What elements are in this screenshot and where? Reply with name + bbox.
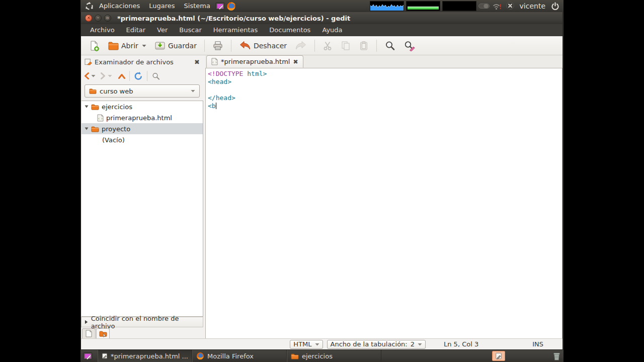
expander-icon[interactable] [85,127,89,131]
goto-location-icon[interactable] [151,72,160,80]
taskbar: *primeraprueba.html ... Mozilla Firefox … [80,350,564,362]
menu-lugares[interactable]: Lugares [144,0,179,12]
tree-row-primeraprueba[interactable]: primeraprueba.html [82,112,203,123]
filename-filter-expander[interactable]: Coincidir con el nombre de archivo [81,317,203,327]
ubuntu-logo-icon[interactable] [84,1,95,12]
user-status-bubble-icon[interactable] [505,1,516,12]
refresh-icon[interactable] [134,71,143,80]
menubar: Archivo Editar Ver Buscar Herramientas D… [81,24,562,36]
tree-row-ejercicios[interactable]: ejercicios [82,101,203,112]
language-value: HTML [293,340,311,348]
file-browser-tab-icon [99,330,107,337]
folder-icon [91,126,99,132]
scissors-icon [323,41,333,51]
file-browser-icon [85,58,92,65]
forward-icon[interactable] [101,72,106,79]
titlebar[interactable]: ✕ – ▫ *primeraprueba.html (~/Escritorio/… [81,12,562,24]
firefox-icon[interactable] [226,1,237,12]
html-file-icon [97,114,104,122]
text-editor[interactable]: <!DOCTYPE html><head></head><b [205,68,562,338]
tab-close-icon[interactable]: ✖ [293,58,298,65]
save-button-label: Guardar [168,42,197,50]
forward-history-caret-icon[interactable] [108,74,112,77]
taskbar-button-gedit[interactable]: *primeraprueba.html ... [98,350,192,362]
tree-item-label: primeraprueba.html [106,114,172,122]
side-panel-nav [81,68,203,83]
save-button[interactable]: Guardar [152,39,199,53]
document-tab[interactable]: *primeraprueba.html ✖ [206,55,303,68]
menu-aplicaciones[interactable]: Aplicaciones [95,0,144,12]
menu-editar[interactable]: Editar [121,24,152,36]
cut-button[interactable] [320,39,335,52]
username-menu[interactable]: vicente [518,2,547,10]
documents-panel-tab[interactable] [82,328,96,338]
menu-ver[interactable]: Ver [151,24,174,36]
location-combobox[interactable]: curso web [85,84,200,98]
paste-icon [359,41,369,51]
gedit-notification-tray-icon[interactable] [492,351,505,361]
tree-row-vacio: (Vacío) [82,134,203,145]
side-panel-tabs [81,327,203,338]
taskbar-button-ejercicios[interactable]: ejercicios [287,350,381,362]
tree-item-label: ejercicios [102,103,132,111]
gedit-icon [102,352,108,360]
side-panel-title: Examinador de archivos [95,58,174,66]
video-editor-tray-icon[interactable] [82,350,94,361]
insert-mode-indicator: INS [513,340,543,348]
tree-item-label: proyecto [102,125,130,133]
language-caret-icon [315,343,319,346]
taskbar-button-label: *primeraprueba.html ... [111,352,188,360]
new-document-button[interactable] [86,39,102,53]
power-icon[interactable] [549,1,560,12]
file-browser-panel-tab[interactable] [96,328,110,338]
location-value: curso web [100,87,133,95]
redo-icon [295,41,307,50]
file-tree: ejercicios primeraprueba.html proyecto [82,101,203,317]
back-icon[interactable] [84,72,89,79]
menu-sistema[interactable]: Sistema [180,0,215,12]
memory-monitor-applet[interactable] [406,1,440,11]
side-panel-close-icon[interactable]: ✖ [194,58,200,66]
window-title: *primeraprueba.html (~/Escritorio/curso … [117,15,350,22]
network-monitor-applet[interactable] [442,1,476,11]
print-button[interactable] [210,39,226,53]
top-panel: Aplicaciones Lugares Sistema vicente [80,0,564,12]
menu-herramientas[interactable]: Herramientas [208,24,264,36]
close-window-button[interactable]: ✕ [85,15,92,22]
file-browser-panel: Examinador de archivos ✖ curso web [81,55,203,338]
volume-icon[interactable] [478,1,490,12]
menu-documentos[interactable]: Documentos [264,24,316,36]
minimize-window-button[interactable]: – [95,15,102,22]
undo-button[interactable]: Deshacer [236,39,289,52]
wifi-status-icon[interactable] [492,1,503,12]
cpu-monitor-applet[interactable] [370,1,404,11]
language-combobox[interactable]: HTML [290,340,323,349]
menu-archivo[interactable]: Archivo [85,24,121,36]
open-folder-icon [108,41,119,50]
menu-ayuda[interactable]: Ayuda [316,24,348,36]
open-button[interactable]: Abrir [105,40,149,52]
maximize-window-button[interactable]: ▫ [104,15,111,22]
paste-button[interactable] [356,39,371,52]
redo-button[interactable] [292,39,309,52]
undo-icon [239,41,251,50]
video-editor-icon[interactable] [215,1,226,12]
tree-row-proyecto[interactable]: proyecto [82,123,203,134]
trash-applet-icon[interactable] [551,351,561,361]
up-directory-icon[interactable] [118,73,125,79]
search-replace-icon [404,40,416,51]
expander-icon[interactable] [85,105,89,109]
copy-button[interactable] [338,39,353,52]
find-button[interactable] [382,39,398,53]
back-history-caret-icon[interactable] [91,74,96,77]
tab-width-combobox[interactable]: Ancho de la tabulación: 2 [327,340,426,349]
taskbar-button-firefox[interactable]: Mozilla Firefox [192,350,287,362]
printer-icon [212,40,223,51]
document-icon [86,330,92,337]
panel-right-area: vicente [370,1,560,12]
menu-buscar[interactable]: Buscar [174,24,207,36]
expander-right-icon [85,320,88,324]
taskbar-tray [492,351,562,361]
replace-button[interactable] [401,39,418,53]
folder-icon [91,104,99,110]
